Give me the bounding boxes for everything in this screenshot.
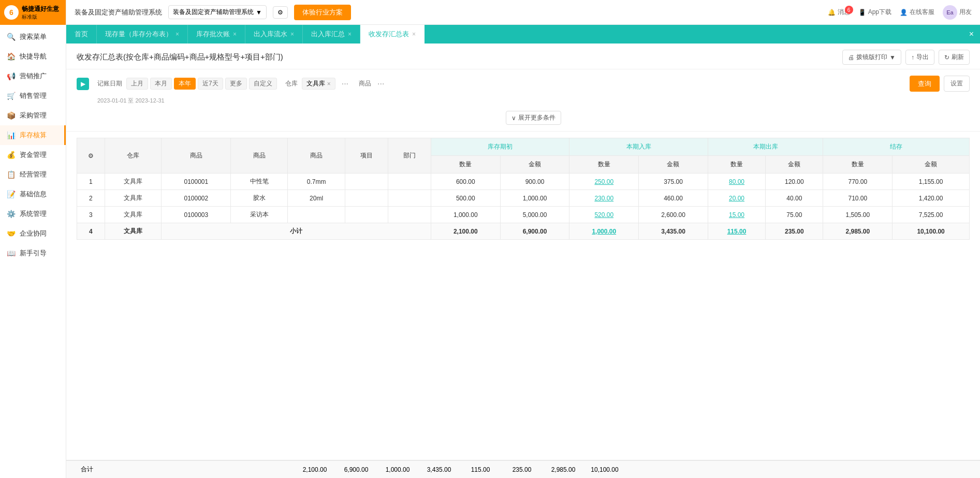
tab-batch-ledger-label: 库存批次账 [196, 30, 230, 39]
col-out-amt-header: 金额 [766, 156, 823, 173]
warehouse-tag-close[interactable]: × [327, 80, 331, 88]
gear-settings[interactable]: ⚙ [273, 6, 288, 19]
try-solution-button[interactable]: 体验行业方案 [294, 5, 351, 20]
cell-warehouse: 文具库 [105, 207, 162, 223]
cell-code: 0100002 [162, 190, 231, 207]
cell-in-qty[interactable]: 230.00 [569, 190, 639, 207]
cell-out-qty[interactable]: 80.00 [708, 173, 765, 190]
cell-in-qty[interactable]: 520.00 [569, 207, 639, 223]
cell-name: 胶水 [231, 190, 288, 207]
subtotal-out-qty[interactable]: 115.00 [708, 223, 765, 240]
gear-icon[interactable]: ⚙ [88, 152, 94, 160]
settings-button[interactable]: 设置 [944, 76, 970, 92]
date-preset-custom[interactable]: 自定义 [249, 78, 277, 90]
date-preset-7days[interactable]: 近7天 [198, 78, 223, 90]
date-presets: 上月 本月 本年 近7天 更多 自定义 [126, 78, 277, 90]
tab-close-icon[interactable]: × [290, 31, 294, 38]
cell-out-qty[interactable]: 15.00 [708, 207, 765, 223]
sidebar-item-purchase[interactable]: 📦 采购管理 [0, 106, 66, 125]
app-download-item[interactable]: 📱 App下载 [858, 8, 891, 17]
table-row: 1 文具库 0100001 中性笔 0.7mm 600.00 900.00 25… [77, 173, 970, 190]
sidebar-item-sales[interactable]: 🛒 销售管理 [0, 86, 66, 106]
footer-label: 合计 [77, 465, 294, 474]
print-button[interactable]: 🖨 拨镜版打印 ▼ [842, 50, 901, 65]
main-content: 装备及固定资产辅助管理系统 装备及固定资产辅助管理系统 ▼ ⚙ 体验行业方案 🔔… [66, 0, 980, 478]
cell-spec: 0.7mm [287, 173, 345, 190]
col-warehouse-header: 仓库 [105, 138, 162, 173]
col-opening-header: 库存期初 [431, 138, 569, 156]
sidebar-item-marketing[interactable]: 📢 营销推广 [0, 66, 66, 86]
table-footer: 合计 2,100.00 6,900.00 1,000.00 3,435.00 1… [66, 460, 980, 478]
tab-close-icon[interactable]: × [233, 31, 237, 38]
sidebar-item-basic[interactable]: 📝 基础信息 [0, 184, 66, 204]
date-preset-more[interactable]: 更多 [225, 78, 247, 90]
date-preset-this-year[interactable]: 本年 [174, 78, 196, 90]
expand-conditions-button[interactable]: ∨ 展开更多条件 [506, 111, 561, 125]
table-row: 3 文具库 0100003 采访本 1,000.00 5,000.00 520.… [77, 207, 970, 223]
cell-in-amt: 2,600.00 [639, 207, 708, 223]
warehouse-tag: 文具库 × [302, 78, 335, 90]
filter-toggle-button[interactable]: ▶ [77, 78, 89, 90]
date-preset-this-month[interactable]: 本月 [150, 78, 172, 90]
warehouse-more-button[interactable]: ··· [340, 79, 350, 89]
sidebar-item-operation[interactable]: 📋 经营管理 [0, 165, 66, 184]
cell-spec: 20ml [287, 190, 345, 207]
sidebar-item-system[interactable]: ⚙️ 系统管理 [0, 204, 66, 224]
tab-inout-summary[interactable]: 出入库汇总 × [303, 25, 360, 44]
goods-more-button[interactable]: ··· [375, 79, 386, 89]
sidebar-item-collab[interactable]: 🤝 企业协同 [0, 224, 66, 243]
subtotal-row: 4 文具库 小计 2,100.00 6,900.00 1,000.00 3,43… [77, 223, 970, 240]
sidebar-item-inventory[interactable]: 📊 库存核算 [0, 125, 66, 145]
footer-closing-amt: 10,100.00 [584, 466, 625, 473]
page-content: 收发存汇总表(按仓库+商品编码+商品+规格型号+项目+部门) 🖨 拨镜版打印 ▼… [66, 44, 980, 460]
export-button[interactable]: ↑ 导出 [905, 50, 934, 65]
gear-icon: ⚙ [277, 9, 283, 16]
sidebar-item-guide[interactable]: 📖 新手引导 [0, 243, 66, 263]
date-preset-last-month[interactable]: 上月 [126, 78, 148, 90]
tab-home-label: 首页 [75, 30, 88, 39]
tab-close-icon[interactable]: × [348, 31, 352, 38]
tab-inout-summary-label: 出入库汇总 [311, 30, 345, 39]
cell-name: 采访本 [231, 207, 288, 223]
tab-batch-ledger[interactable]: 库存批次账 × [188, 25, 245, 44]
online-service-item[interactable]: 👤 在线客服 [900, 8, 934, 17]
col-closing-qty-header: 数量 [823, 156, 893, 173]
col-out-qty-header: 数量 [708, 156, 765, 173]
cell-in-qty[interactable]: 250.00 [569, 173, 639, 190]
cell-out-qty[interactable]: 20.00 [708, 190, 765, 207]
col-in-amt-header: 金额 [639, 156, 708, 173]
subtotal-in-qty[interactable]: 1,000.00 [569, 223, 639, 240]
cell-closing-qty: 710.00 [823, 190, 893, 207]
sidebar-item-finance[interactable]: 💰 资金管理 [0, 145, 66, 165]
cell-project [345, 207, 388, 223]
cell-project [345, 190, 388, 207]
query-button[interactable]: 查询 [910, 76, 940, 92]
tab-close-icon[interactable]: × [175, 31, 179, 38]
cell-warehouse: 文具库 [105, 173, 162, 190]
tab-inout-flow[interactable]: 出入库流水 × [245, 25, 303, 44]
topbar-right: 🔔 6 消息 📱 App下载 👤 在线客服 Ea 用友 [828, 5, 972, 20]
user-item[interactable]: Ea 用友 [943, 5, 972, 20]
export-icon: ↑ [911, 54, 914, 61]
cell-dept [388, 190, 431, 207]
goods-label: 商品 [359, 79, 371, 88]
app-download-label: App下载 [868, 8, 891, 17]
tab-home[interactable]: 首页 [66, 25, 97, 44]
tab-stock-dist[interactable]: 现存量（库存分布表） × [97, 25, 188, 44]
topbar-left: 装备及固定资产辅助管理系统 装备及固定资产辅助管理系统 ▼ ⚙ 体验行业方案 [75, 5, 351, 20]
notification-item[interactable]: 🔔 6 消息 [828, 8, 850, 17]
tab-close-icon[interactable]: × [412, 31, 416, 38]
warehouse-filter-group: 仓库 文具库 × ··· [285, 78, 350, 90]
sidebar-item-search[interactable]: 🔍 搜索菜单 [0, 27, 66, 47]
footer-out-amt: 235.00 [501, 466, 543, 473]
footer-numbers: 2,100.00 6,900.00 1,000.00 3,435.00 115.… [294, 466, 970, 473]
system-selector[interactable]: 装备及固定资产辅助管理系统 ▼ [168, 5, 267, 19]
cell-in-amt: 460.00 [639, 190, 708, 207]
date-range-display: 2023-01-01 至 2023-12-31 [97, 97, 165, 105]
tab-receive-summary[interactable]: 收发存汇总表 × [360, 25, 425, 44]
cell-warehouse: 文具库 [105, 190, 162, 207]
subtotal-warehouse: 文具库 [105, 223, 162, 240]
refresh-button[interactable]: ↻ 刷新 [939, 50, 970, 65]
tabbar-close-button[interactable]: × [963, 30, 980, 39]
sidebar-item-quick-nav[interactable]: 🏠 快捷导航 [0, 47, 66, 66]
